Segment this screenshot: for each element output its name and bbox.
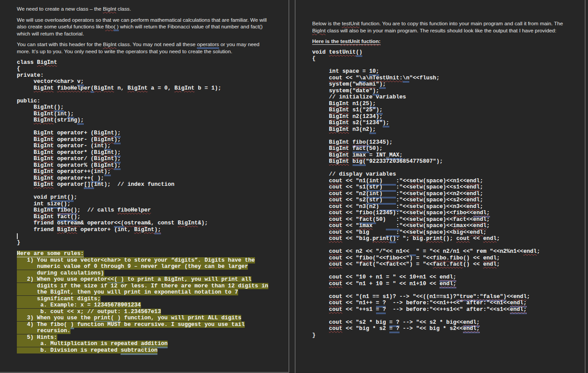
code-line[interactable]: {	[312, 55, 582, 62]
code-line[interactable]: BigInt imax = INT_MAX;	[312, 152, 582, 159]
code-line[interactable]: BigInt(int);	[17, 111, 286, 118]
code-line[interactable]	[17, 124, 286, 130]
code-line[interactable]: cout << "n1++ = ? --> before:"<<n1++<<" …	[312, 300, 582, 306]
code-line[interactable]: 4) The fibo( ) function MUST be recursiv…	[17, 322, 286, 328]
code-line[interactable]: cout << "big :"<<setw(space)<<big<<endl;	[312, 229, 582, 236]
code-line[interactable]: }	[312, 332, 582, 339]
code-line[interactable]: cout << "s1(str) :"<<setw(space)<<s1<<en…	[312, 184, 582, 191]
code-line[interactable]: vector<char> v;	[17, 79, 286, 85]
code-line[interactable]: cout << "big * s2 = ? --> "<< big * s2<<…	[312, 326, 582, 332]
code-line[interactable]: BigInt operator[](int); // index functio…	[17, 181, 286, 188]
code-line[interactable]: 3) When you use the print( ) function, y…	[17, 315, 286, 322]
code-line[interactable]: private:	[17, 72, 286, 79]
text-line[interactable]: more. It’s up to you. You only need to w…	[17, 48, 286, 55]
code-line[interactable]: numeric value of 0 through 9 – never lar…	[17, 263, 286, 270]
code-line[interactable]: Here are some rules:	[17, 251, 286, 257]
code-line[interactable]	[17, 233, 286, 240]
text-line[interactable]: You can start with this header for the B…	[17, 41, 286, 48]
code-line[interactable]: BigInt operator* (BigInt);	[17, 149, 286, 156]
code-line[interactable]: public:	[17, 98, 286, 105]
code-line[interactable]	[312, 313, 582, 319]
code-line[interactable]: cout << "s2 * big = ? --> "<< s2 * big<<…	[312, 319, 582, 326]
code-line[interactable]: }	[17, 240, 286, 246]
code-line[interactable]: void testUnit()	[312, 49, 582, 56]
text-line[interactable]: Here is the testUnit fuction:	[312, 38, 582, 45]
code-line[interactable]: a. Multiplication is repeated addition	[17, 341, 286, 347]
code-line[interactable]: cout << n2 << "/"<< n1<< " = "<< n2/n1 <…	[312, 248, 582, 255]
code-line[interactable]: significant digits;	[17, 296, 286, 302]
code-line[interactable]: cout << "n2(int) :"<<setw(space)<<n2<<en…	[312, 191, 582, 197]
code-line[interactable]: system("date");	[312, 88, 582, 94]
code-line[interactable]	[312, 133, 582, 139]
code-line[interactable]	[17, 91, 286, 98]
code-line[interactable]: BigInt operator% (BigInt);	[17, 162, 286, 169]
code-line[interactable]: cout << "++s1 = ? --> before:"<<++s1<<" …	[312, 306, 582, 313]
code-line[interactable]: BigInt fibo(); // calls fiboHelper	[17, 207, 286, 214]
code-line[interactable]: {	[17, 66, 286, 72]
code-line[interactable]: cout << "n3(n2) :"<<setw(space)<<n3<<end…	[312, 204, 582, 210]
text-line[interactable]: BigInt class will also be in your main p…	[312, 27, 582, 35]
code-line[interactable]: cout << "s2(str) :"<<setw(space)<<s2<<en…	[312, 197, 582, 204]
code-line[interactable]: digits if the size if 12 or less. If the…	[17, 283, 286, 290]
code-line[interactable]: cout << "fibo("<<fibo<<") = "<<fibo.fibo…	[312, 255, 582, 262]
code-line[interactable]: system("whoami");	[312, 81, 582, 88]
code-line[interactable]: class BigInt	[17, 59, 286, 66]
code-line[interactable]: cout << "fact("<<fact<<") = "<<fact.fact…	[312, 261, 582, 268]
code-line[interactable]: cout << "big.print(): "; big.print(); co…	[312, 236, 582, 242]
code-line[interactable]: 1) You must use vector<char> to store yo…	[17, 257, 286, 264]
code-line[interactable]: BigInt n2(1234);	[312, 114, 582, 120]
code-line[interactable]: b. cout << x; // output: 1.234567e13	[17, 309, 286, 315]
code-line[interactable]: BigInt n3(n2);	[312, 126, 582, 133]
code-line[interactable]: friend ostream& operator<<(ostream&, con…	[17, 220, 286, 227]
code-line[interactable]: cout << "fact(50) :"<<setw(space)<<fact<…	[312, 216, 582, 223]
code-line[interactable]: 5) Hints:	[17, 334, 286, 341]
text-run: endl	[483, 255, 497, 261]
code-line[interactable]: friend BigInt operator+ (int, BigInt);	[17, 227, 286, 233]
right-page[interactable]: Below is the testUnit function. You are …	[295, 0, 585, 373]
code-line[interactable]: int space = 10;	[312, 68, 582, 75]
text-line[interactable]: We need to create a new class – the BigI…	[17, 6, 286, 13]
code-line[interactable]: cout << "\a\nTestUnit:\n"<<flush;	[312, 75, 582, 82]
text-line[interactable]: also create some useful functions like f…	[17, 24, 286, 31]
code-line[interactable]: b. Division is repeated subtraction	[17, 347, 286, 354]
text-line[interactable]: Below is the testUnit function. You are …	[312, 20, 582, 27]
code-line[interactable]: BigInt big("9223372036854775807");	[312, 158, 582, 165]
code-line[interactable]: cout << "(n1 == s1)? --> "<<((n1==s1)?"t…	[312, 294, 582, 300]
code-line[interactable]: BigInt operator++(int);	[17, 169, 286, 175]
code-line[interactable]: BigInt fiboHelper(BigInt n, BigInt a = 0…	[17, 85, 286, 92]
code-line[interactable]: BigInt();	[17, 104, 286, 111]
code-line[interactable]: // display variables	[312, 171, 582, 178]
text-line[interactable]: which will return the factorial.	[17, 31, 286, 38]
code-line[interactable]: BigInt s1("25");	[312, 107, 582, 114]
text-line[interactable]: We will use overloaded operators so that…	[17, 17, 286, 24]
code-line[interactable]: BigInt operator- (int);	[17, 143, 286, 149]
code-line[interactable]: void print();	[17, 194, 286, 201]
code-line[interactable]: BigInt operator+ (BigInt);	[17, 130, 286, 137]
code-line[interactable]: BigInt fact(50);	[312, 145, 582, 152]
code-line[interactable]	[312, 268, 582, 275]
code-line[interactable]	[312, 62, 582, 69]
code-line[interactable]: during calculations)	[17, 270, 286, 277]
code-line[interactable]: BigInt s2("1234");	[312, 120, 582, 126]
code-line[interactable]	[17, 188, 286, 195]
code-line[interactable]: the BigInt, then you will print in expon…	[17, 289, 286, 296]
code-line[interactable]: cout << "imax :"<<setw(space)<<imax<<end…	[312, 223, 582, 229]
code-line[interactable]: BigInt operator++( );	[17, 175, 286, 182]
code-line[interactable]: BigInt n1(25);	[312, 101, 582, 107]
code-line[interactable]: BigInt operator- (BigInt);	[17, 137, 286, 143]
code-line[interactable]: 2) When you use operator<<( ) to print a…	[17, 276, 286, 283]
code-line[interactable]: BigInt(string);	[17, 117, 286, 124]
left-page[interactable]: We need to create a new class – the BigI…	[0, 0, 289, 373]
code-line[interactable]: cout << "n1(int) :"<<setw(space)<<n1<<en…	[312, 178, 582, 185]
code-line[interactable]: cout << "fibo(12345):"<<setw(space)<<fib…	[312, 210, 582, 216]
code-line[interactable]: BigInt fibo(12345);	[312, 139, 582, 146]
code-line[interactable]	[312, 242, 582, 249]
code-line[interactable]: int size();	[17, 201, 286, 208]
code-line[interactable]: a. Example: x = 12345678901234	[17, 302, 286, 309]
code-line[interactable]: BigInt operator/ (BigInt);	[17, 156, 286, 162]
code-line[interactable]: // initialize variables	[312, 94, 582, 101]
code-line[interactable]: BigInt fact();	[17, 214, 286, 220]
code-line[interactable]: recursion.	[17, 328, 286, 334]
code-line[interactable]: cout << "10 + n1 = " << 10+n1 << endl;	[312, 274, 582, 281]
code-line[interactable]: cout << "n1 + 10 = " << n1+10 << endl;	[312, 281, 582, 287]
